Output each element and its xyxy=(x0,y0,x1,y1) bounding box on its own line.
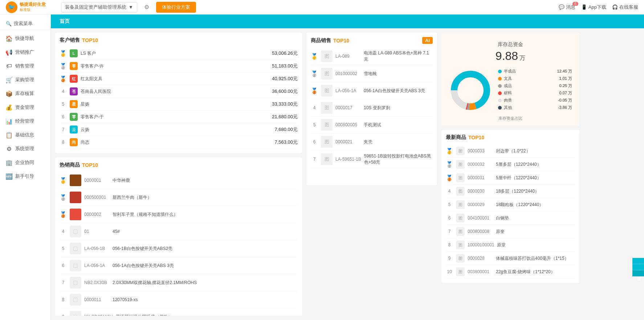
product-code: NB2.0X30B xyxy=(84,280,110,285)
rank-badge: L xyxy=(70,49,78,57)
goods-rank-item: 4 图 0000017 10S 变刹罗刹 xyxy=(311,99,433,116)
new-product-name: 18多层（1220*2440） xyxy=(496,188,575,194)
stock-panel: 库存总资金 9.88 万 xyxy=(441,33,579,126)
nav-label-finance: 资金管理 xyxy=(15,104,34,111)
legend-item: 半成品 12.45 万 xyxy=(498,69,572,74)
new-product-image: 图 xyxy=(456,160,465,169)
online-service-btn[interactable]: 🎧 在线客服 xyxy=(612,4,638,11)
rank-medal-icon: 🥉 xyxy=(311,87,318,94)
goods-image-placeholder: 图 xyxy=(321,153,333,165)
rank-amount: 51,183.00元 xyxy=(272,63,298,69)
legend-value: -0.05 万 xyxy=(558,98,572,103)
new-product-item: 4 图 0000030 18多层（1220*2440） xyxy=(446,185,575,198)
product-image xyxy=(70,209,81,220)
sidebar-item-sales[interactable]: 🏷 销售管理 xyxy=(0,59,50,73)
new-product-image: 图 xyxy=(456,254,465,263)
hot-product-item: 7 □ NB2.0X30B 2.0X30MM双摆花轴,摆花直径2.1MM/ROH… xyxy=(60,274,298,291)
sidebar-item-company[interactable]: 🏢 企业协同 xyxy=(0,156,50,169)
legend-name: 成品 xyxy=(504,83,557,89)
service-community-btn[interactable]: 服务社区 xyxy=(632,264,644,270)
rank-item: 7 云 云扬 7,680.00元 xyxy=(60,123,298,136)
nav-label-purchase: 采购管理 xyxy=(15,77,34,83)
sidebar-item-quick-nav[interactable]: 🏠 快捷导航 xyxy=(0,32,50,45)
app-download-btn[interactable]: 📱 App下载 xyxy=(581,4,606,11)
rank-badge: 红 xyxy=(70,75,78,83)
rank-medal-icon: 🥉 xyxy=(446,175,453,181)
new-product-image: 图 xyxy=(456,241,465,249)
new-product-name: 5厘多层（1220*2440） xyxy=(496,161,575,168)
goods-name: 10S 变刹罗刹 xyxy=(364,105,433,111)
new-product-image: 图 xyxy=(456,267,465,276)
new-product-code: 0000031 xyxy=(468,175,493,180)
headset-icon: 🎧 xyxy=(612,4,618,10)
legend-name: 半成品 xyxy=(504,69,555,74)
nav-label-guide: 新手引导 xyxy=(15,173,34,180)
sidebar: 🔍 搜索菜单 🏠 快捷导航 📢 营销推广 🏷 销售管理 🛒 采购管理 📦 库存核… xyxy=(0,15,51,320)
middle-panels: 商品销售 TOP10 Ai 🥇 图 LA-089 电池盖 LA-089 ABS本… xyxy=(306,33,437,316)
product-code: 000500001 xyxy=(84,195,110,200)
legend-name: 其他 xyxy=(504,105,556,110)
legend-dot xyxy=(498,91,502,95)
product-code: 0000001 xyxy=(84,178,110,183)
hot-product-item: 6 □ LA-056-1A 056-1A白色按键开关壳ABS 3壳 xyxy=(60,257,298,274)
goods-code: LA-59651-1B xyxy=(335,157,361,162)
new-product-code: 003800001 xyxy=(468,269,493,274)
sidebar-item-guide[interactable]: 🆕 新手引导 xyxy=(0,169,50,183)
goods-name: 59651-1B旋转投影灯电池盒ABS黑色+58壳 xyxy=(364,153,433,165)
goods-code: LA-056-1A xyxy=(335,88,361,93)
sidebar-item-inventory[interactable]: 📦 库存核算 xyxy=(0,87,50,100)
message-btn[interactable]: 💬 消息 6 xyxy=(559,4,575,11)
finance-icon: 💰 xyxy=(6,104,12,111)
trial-button[interactable]: 体验行业方案 xyxy=(156,2,196,13)
product-name: 45# xyxy=(113,229,298,234)
sidebar-item-operations[interactable]: 📊 经营管理 xyxy=(0,114,50,128)
sidebar-item-base[interactable]: 📋 基础信息 xyxy=(0,128,50,142)
sidebar-item-purchase[interactable]: 🛒 采购管理 xyxy=(0,73,50,87)
hot-products-top: TOP10 xyxy=(82,162,98,168)
sidebar-item-finance[interactable]: 💰 资金管理 xyxy=(0,100,50,114)
product-code: LA-056-1A xyxy=(84,263,110,268)
base-icon: 📋 xyxy=(6,132,12,138)
legend-dot xyxy=(498,84,502,88)
product-image-placeholder: □ xyxy=(70,260,81,271)
brand-icon: 🐦 xyxy=(6,1,17,13)
new-product-image: 图 xyxy=(456,147,465,155)
system-select[interactable]: 装备及固定资产辅助管理系统 ▼ xyxy=(61,2,137,12)
rank-amount: 21,680.00元 xyxy=(272,114,298,120)
new-product-item: 6 图 004100001 白钢垫 xyxy=(446,212,575,225)
home-icon: 🏠 xyxy=(6,35,12,42)
customer-rank-list: 🥇 L LS 客户 53,006.26元 🥈 零 零售客户-许 51,183.0… xyxy=(60,47,298,149)
hot-product-item: 🥈 000500001 新西兰牛肉（新牛） xyxy=(60,189,298,206)
sidebar-item-system[interactable]: ⚙ 系统管理 xyxy=(0,142,50,156)
tab-home[interactable]: 首页 xyxy=(51,15,78,28)
rank-number: 7 xyxy=(60,127,67,132)
rank-item: 4 苍 苍南县人民医院 36,600.00元 xyxy=(60,85,298,98)
live-btn[interactable]: 直播 xyxy=(632,270,644,276)
hot-product-item: 🥉 0000002 智利车子里（规格不知道填什么） xyxy=(60,206,298,223)
customer-sales-title: 客户销售 TOP10 xyxy=(60,37,298,44)
product-code: 0000011 xyxy=(84,297,110,302)
settings-icon[interactable]: ⚙ xyxy=(142,2,152,12)
rank-number: 8 xyxy=(60,140,67,145)
new-product-code: 0000030 xyxy=(468,189,493,194)
product-rank-num: 5 xyxy=(60,246,67,251)
legend-value: 12.45 万 xyxy=(557,69,572,74)
rank-medal-icon: 🥈 xyxy=(60,194,67,201)
rank-badge: 苍 xyxy=(70,87,78,95)
new-products-top: TOP10 xyxy=(468,135,484,140)
rank-number: 5 xyxy=(60,102,67,107)
new-products-title: 最新商品 TOP10 xyxy=(446,134,575,141)
rank-medal-icon: 🥉 xyxy=(60,75,67,82)
ai-badge[interactable]: Ai xyxy=(422,37,433,44)
rank-item: 🥈 零 零售客户-许 51,183.00元 xyxy=(60,60,298,73)
rank-item: 8 尚 尚态 7,563.00元 xyxy=(60,136,298,149)
new-product-image: 图 xyxy=(456,173,465,182)
nav-label-inventory: 库存核算 xyxy=(15,90,34,97)
stock-unit: 万 xyxy=(519,54,525,62)
customer-hotline-btn[interactable]: 客服热线 xyxy=(632,258,644,264)
sidebar-item-marketing[interactable]: 📢 营销推广 xyxy=(0,45,50,59)
goods-name: 雪地靴 xyxy=(364,71,433,77)
legend-value: -3.86 万 xyxy=(558,105,572,110)
new-product-image: 图 xyxy=(456,227,465,236)
search-menu[interactable]: 🔍 搜索菜单 xyxy=(0,17,50,30)
